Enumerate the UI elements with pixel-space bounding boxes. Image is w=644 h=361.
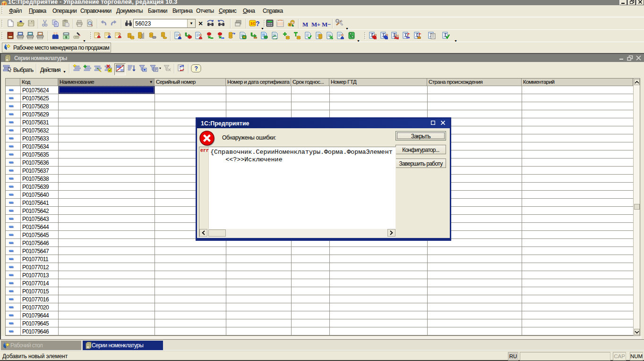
svg-text:?: ?: [256, 20, 260, 27]
svg-text:1C: 1C: [250, 21, 255, 26]
svg-text:?: ?: [195, 65, 198, 72]
svg-text:1С: 1С: [2, 2, 7, 5]
svg-text:$: $: [66, 36, 67, 39]
